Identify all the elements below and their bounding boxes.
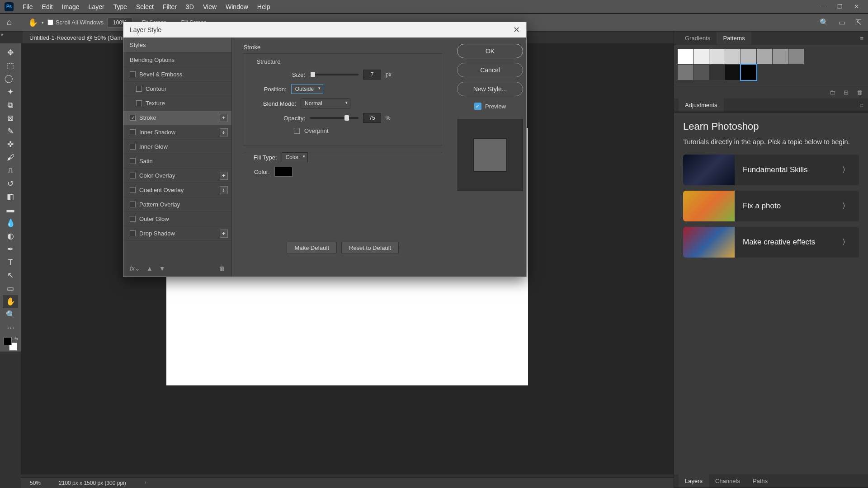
zoom-level[interactable]: 50% xyxy=(30,480,41,486)
layers-tab[interactable]: Layers xyxy=(679,474,709,488)
gradient-overlay-item[interactable]: Gradient Overlay+ xyxy=(123,183,231,197)
contour-item[interactable]: Contour xyxy=(123,82,231,96)
opacity-slider[interactable] xyxy=(310,117,359,119)
make-default-button[interactable]: Make Default xyxy=(287,242,337,254)
satin-item[interactable]: Satin xyxy=(123,154,231,169)
swatch[interactable] xyxy=(725,49,741,64)
quick-select-tool[interactable]: ✦ xyxy=(3,85,18,99)
window-close-icon[interactable]: ✕ xyxy=(854,3,859,10)
panel-menu-icon[interactable]: ≡ xyxy=(855,32,868,45)
close-icon[interactable]: ✕ xyxy=(513,25,520,35)
rectangle-shape-tool[interactable]: ▭ xyxy=(3,282,18,295)
menu-window[interactable]: Window xyxy=(221,3,253,10)
swap-colors-icon[interactable]: ⇆ xyxy=(14,336,18,341)
texture-item[interactable]: Texture xyxy=(123,96,231,111)
patterns-tab[interactable]: Patterns xyxy=(717,32,751,45)
add-effect-icon[interactable]: + xyxy=(220,128,228,136)
type-tool[interactable]: T xyxy=(3,256,18,269)
workspace-icon[interactable]: ▭ xyxy=(839,18,845,27)
gradient-tool[interactable]: ▬ xyxy=(3,203,18,216)
edit-toolbar[interactable]: ⋯ xyxy=(3,321,18,334)
swatch[interactable] xyxy=(709,65,725,80)
fill-type-select[interactable]: Color xyxy=(282,152,308,162)
menu-3d[interactable]: 3D xyxy=(181,3,198,10)
add-effect-icon[interactable]: + xyxy=(220,230,228,238)
window-restore-icon[interactable]: ❐ xyxy=(837,3,843,10)
rect-marquee-tool[interactable]: ⬚ xyxy=(3,59,18,72)
swatch[interactable] xyxy=(773,49,788,64)
clone-stamp-tool[interactable]: ⎍ xyxy=(3,164,18,177)
scroll-all-windows-checkbox[interactable]: Scroll All Windows xyxy=(47,19,104,26)
trash-icon[interactable]: 🗑 xyxy=(857,89,863,96)
swatch[interactable] xyxy=(757,49,772,64)
learn-card-creative[interactable]: Make creative effects 〉 xyxy=(683,227,859,258)
path-select-tool[interactable]: ↖ xyxy=(3,269,18,282)
menu-select[interactable]: Select xyxy=(132,3,158,10)
eraser-tool[interactable]: ◧ xyxy=(3,190,18,203)
move-tool[interactable]: ✥ xyxy=(3,46,18,59)
drop-shadow-item[interactable]: Drop Shadow+ xyxy=(123,226,231,241)
menu-type[interactable]: Type xyxy=(109,3,132,10)
healing-brush-tool[interactable]: ✜ xyxy=(3,138,18,151)
stroke-item[interactable]: Stroke+ xyxy=(123,111,231,125)
panel-menu-icon[interactable]: ≡ xyxy=(855,99,868,112)
paths-tab[interactable]: Paths xyxy=(746,474,774,488)
lasso-tool[interactable]: ⃝ xyxy=(3,72,18,85)
folder-icon[interactable]: 🗀 xyxy=(830,89,835,96)
color-overlay-item[interactable]: Color Overlay+ xyxy=(123,169,231,183)
size-slider[interactable] xyxy=(310,74,359,75)
styles-header[interactable]: Styles xyxy=(123,38,231,53)
channels-tab[interactable]: Channels xyxy=(709,474,746,488)
color-swatches[interactable]: ⇆ xyxy=(3,336,18,352)
preview-checkbox[interactable]: ✓ xyxy=(474,103,481,110)
learn-card-fundamental[interactable]: Fundamental Skills 〉 xyxy=(683,155,859,185)
outer-glow-item[interactable]: Outer Glow xyxy=(123,212,231,226)
menu-view[interactable]: View xyxy=(198,3,221,10)
cancel-button[interactable]: Cancel xyxy=(457,63,523,77)
adjustments-tab[interactable]: Adjustments xyxy=(679,99,724,112)
gradients-tab[interactable]: Gradients xyxy=(679,32,717,45)
position-select[interactable]: Outside xyxy=(291,84,323,94)
fx-menu-icon[interactable]: fx⌄ xyxy=(130,265,140,272)
frame-tool[interactable]: ⊠ xyxy=(3,112,18,125)
swatch[interactable] xyxy=(693,65,709,80)
pattern-overlay-item[interactable]: Pattern Overlay xyxy=(123,197,231,212)
reset-default-button[interactable]: Reset to Default xyxy=(341,242,399,254)
blend-mode-select[interactable]: Normal xyxy=(301,99,350,108)
inner-shadow-item[interactable]: Inner Shadow+ xyxy=(123,125,231,140)
menu-image[interactable]: Image xyxy=(57,3,84,10)
overprint-checkbox[interactable] xyxy=(294,128,300,134)
document-tab[interactable]: Untitled-1-Recovered @ 50% (Gami... xyxy=(23,32,135,43)
blur-tool[interactable]: 💧 xyxy=(3,216,18,230)
stroke-color-swatch[interactable] xyxy=(274,167,292,177)
home-icon[interactable]: ⌂ xyxy=(7,18,12,27)
menu-file[interactable]: File xyxy=(18,3,38,10)
move-down-icon[interactable]: ▼ xyxy=(159,265,165,272)
menu-help[interactable]: Help xyxy=(253,3,275,10)
bevel-emboss-item[interactable]: Bevel & Emboss xyxy=(123,67,231,82)
share-icon[interactable]: ⇱ xyxy=(855,18,861,27)
new-style-button[interactable]: New Style... xyxy=(457,82,523,96)
add-stroke-icon[interactable]: + xyxy=(220,114,228,122)
dialog-titlebar[interactable]: Layer Style ✕ xyxy=(123,22,526,38)
swatch[interactable] xyxy=(678,65,693,80)
size-input[interactable] xyxy=(363,70,381,80)
menu-edit[interactable]: Edit xyxy=(38,3,57,10)
document-dimensions[interactable]: 2100 px x 1500 px (300 ppi) xyxy=(59,480,126,486)
swatch[interactable] xyxy=(678,49,693,64)
ok-button[interactable]: OK xyxy=(457,44,523,58)
history-brush-tool[interactable]: ↺ xyxy=(3,177,18,190)
add-effect-icon[interactable]: + xyxy=(220,172,228,180)
blending-options-item[interactable]: Blending Options xyxy=(123,53,231,67)
new-item-icon[interactable]: ⊞ xyxy=(844,89,849,96)
swatch[interactable] xyxy=(693,49,709,64)
menu-filter[interactable]: Filter xyxy=(158,3,181,10)
inner-glow-item[interactable]: Inner Glow xyxy=(123,140,231,154)
foreground-color[interactable] xyxy=(4,337,12,345)
menu-layer[interactable]: Layer xyxy=(84,3,109,10)
pen-tool[interactable]: ✒ xyxy=(3,243,18,256)
learn-card-fix-photo[interactable]: Fix a photo 〉 xyxy=(683,191,859,221)
status-menu-icon[interactable]: 〉 xyxy=(144,480,148,486)
brush-tool[interactable]: 🖌 xyxy=(3,151,18,164)
tool-preset-dropdown[interactable]: ▾ xyxy=(42,20,44,25)
